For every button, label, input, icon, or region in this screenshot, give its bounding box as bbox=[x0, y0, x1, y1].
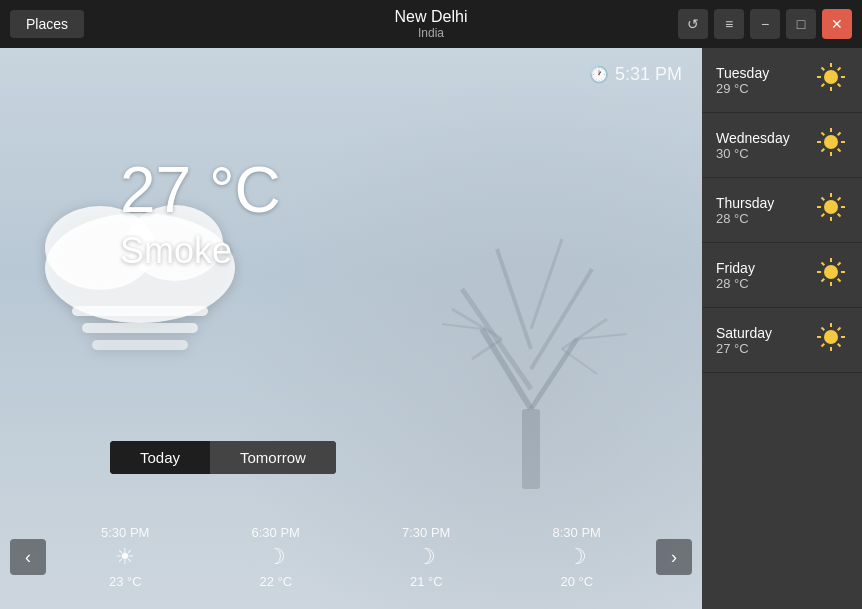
svg-line-27 bbox=[822, 84, 825, 87]
temp-3: 20 °C bbox=[560, 574, 593, 589]
close-button[interactable]: ✕ bbox=[822, 9, 852, 39]
temp-0: 23 °C bbox=[109, 574, 142, 589]
refresh-button[interactable]: ↺ bbox=[678, 9, 708, 39]
forecast-day-1: Wednesday 30 °C bbox=[702, 113, 862, 178]
main-container: 🕐 5:31 PM 27 °C Smoke Today Tomorro bbox=[0, 48, 862, 609]
svg-line-45 bbox=[822, 214, 825, 217]
tree-decoration bbox=[422, 209, 642, 489]
svg-point-28 bbox=[824, 135, 838, 149]
titlebar-center: New Delhi India bbox=[395, 8, 468, 40]
svg-line-42 bbox=[822, 198, 825, 201]
svg-line-53 bbox=[838, 263, 841, 266]
hourly-items: 5:30 PM ☀ 23 °C 6:30 PM ☽ 22 °C 7:30 PM … bbox=[50, 525, 652, 589]
svg-line-51 bbox=[822, 263, 825, 266]
hourly-item-0: 5:30 PM ☀ 23 °C bbox=[101, 525, 149, 589]
minimize-button[interactable]: − bbox=[750, 9, 780, 39]
forecast-day-temp-2: 28 °C bbox=[716, 211, 814, 226]
time-0: 5:30 PM bbox=[101, 525, 149, 540]
svg-point-46 bbox=[824, 265, 838, 279]
time-1: 6:30 PM bbox=[252, 525, 300, 540]
hourly-item-2: 7:30 PM ☽ 21 °C bbox=[402, 525, 450, 589]
svg-line-54 bbox=[822, 279, 825, 282]
weather-info: 27 °C Smoke bbox=[120, 158, 281, 272]
day-toggle: Today Tomorrow bbox=[110, 441, 336, 474]
time-display: 🕐 5:31 PM bbox=[589, 64, 682, 85]
today-button[interactable]: Today bbox=[110, 441, 210, 474]
next-arrow[interactable]: › bbox=[656, 539, 692, 575]
svg-line-24 bbox=[822, 68, 825, 71]
svg-line-44 bbox=[838, 198, 841, 201]
forecast-info-1: Wednesday 30 °C bbox=[716, 130, 814, 161]
country-subtitle: India bbox=[395, 26, 468, 40]
svg-line-34 bbox=[838, 149, 841, 152]
temp-1: 22 °C bbox=[259, 574, 292, 589]
titlebar: Places New Delhi India ↺ ≡ − □ ✕ bbox=[0, 0, 862, 48]
window-controls: ↺ ≡ − □ ✕ bbox=[678, 9, 852, 39]
forecast-icon-0 bbox=[814, 60, 848, 100]
forecast-info-4: Saturday 27 °C bbox=[716, 325, 814, 356]
maximize-button[interactable]: □ bbox=[786, 9, 816, 39]
svg-line-62 bbox=[838, 328, 841, 331]
svg-line-3 bbox=[462, 289, 531, 389]
forecast-day-3: Friday 28 °C bbox=[702, 243, 862, 308]
svg-line-52 bbox=[838, 279, 841, 282]
tomorrow-button[interactable]: Tomorrow bbox=[210, 441, 336, 474]
icon-3: ☽ bbox=[567, 544, 587, 570]
svg-line-43 bbox=[838, 214, 841, 217]
svg-point-37 bbox=[824, 200, 838, 214]
forecast-day-name-4: Saturday bbox=[716, 325, 814, 341]
svg-line-5 bbox=[497, 249, 531, 349]
svg-point-55 bbox=[824, 330, 838, 344]
forecast-icon-4 bbox=[814, 320, 848, 360]
forecast-day-name-1: Wednesday bbox=[716, 130, 814, 146]
forecast-day-name-0: Tuesday bbox=[716, 65, 814, 81]
svg-line-9 bbox=[562, 319, 607, 349]
svg-point-19 bbox=[824, 70, 838, 84]
places-button[interactable]: Places bbox=[10, 10, 84, 38]
city-title: New Delhi bbox=[395, 8, 468, 26]
icon-2: ☽ bbox=[416, 544, 436, 570]
prev-arrow[interactable]: ‹ bbox=[10, 539, 46, 575]
forecast-day-0: Tuesday 29 °C bbox=[702, 48, 862, 113]
forecast-day-name-3: Friday bbox=[716, 260, 814, 276]
forecast-info-2: Thursday 28 °C bbox=[716, 195, 814, 226]
condition-display: Smoke bbox=[120, 230, 281, 272]
menu-button[interactable]: ≡ bbox=[714, 9, 744, 39]
hourly-item-1: 6:30 PM ☽ 22 °C bbox=[252, 525, 300, 589]
svg-rect-17 bbox=[82, 323, 198, 333]
svg-line-26 bbox=[838, 68, 841, 71]
forecast-day-name-2: Thursday bbox=[716, 195, 814, 211]
svg-line-36 bbox=[822, 149, 825, 152]
svg-line-33 bbox=[822, 133, 825, 136]
svg-line-2 bbox=[531, 339, 577, 409]
svg-line-1 bbox=[482, 329, 531, 409]
svg-line-25 bbox=[838, 84, 841, 87]
forecast-icon-1 bbox=[814, 125, 848, 165]
forecast-sidebar: Tuesday 29 °C bbox=[702, 48, 862, 609]
icon-1: ☽ bbox=[266, 544, 286, 570]
svg-line-6 bbox=[531, 239, 562, 329]
forecast-day-temp-4: 27 °C bbox=[716, 341, 814, 356]
weather-panel: 🕐 5:31 PM 27 °C Smoke Today Tomorro bbox=[0, 48, 702, 609]
time-3: 8:30 PM bbox=[553, 525, 601, 540]
sun-svg-0 bbox=[814, 60, 848, 94]
hourly-item-3: 8:30 PM ☽ 20 °C bbox=[553, 525, 601, 589]
temp-2: 21 °C bbox=[410, 574, 443, 589]
clock-icon: 🕐 bbox=[589, 65, 609, 84]
current-time: 5:31 PM bbox=[615, 64, 682, 85]
svg-line-61 bbox=[838, 344, 841, 347]
svg-rect-16 bbox=[72, 306, 208, 316]
temperature-display: 27 °C bbox=[120, 158, 281, 222]
forecast-info-3: Friday 28 °C bbox=[716, 260, 814, 291]
svg-line-4 bbox=[531, 269, 592, 369]
hourly-strip: ‹ 5:30 PM ☀ 23 °C 6:30 PM ☽ 22 °C 7:30 P… bbox=[0, 525, 702, 589]
svg-rect-0 bbox=[522, 409, 540, 489]
forecast-info-0: Tuesday 29 °C bbox=[716, 65, 814, 96]
svg-line-60 bbox=[822, 328, 825, 331]
forecast-icon-3 bbox=[814, 255, 848, 295]
forecast-day-temp-1: 30 °C bbox=[716, 146, 814, 161]
svg-line-10 bbox=[562, 349, 597, 374]
forecast-day-2: Thursday 28 °C bbox=[702, 178, 862, 243]
svg-line-63 bbox=[822, 344, 825, 347]
svg-rect-18 bbox=[92, 340, 188, 350]
